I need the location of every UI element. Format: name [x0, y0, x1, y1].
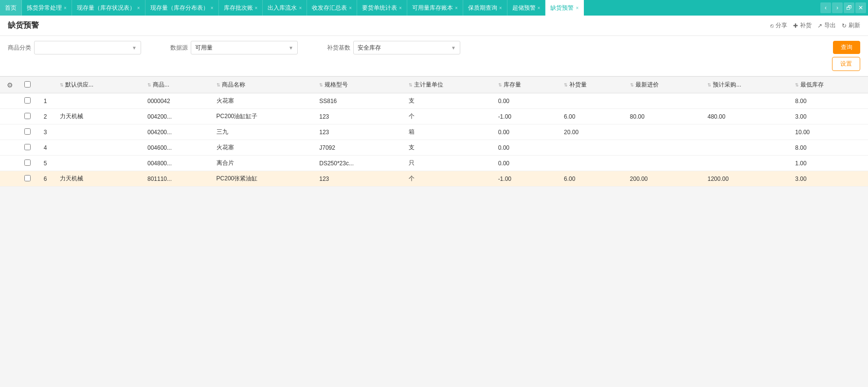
- export-icon: ↗: [817, 22, 822, 29]
- share-icon: ⎋: [770, 22, 774, 29]
- query-button[interactable]: 查询: [833, 41, 860, 54]
- nav-close-button[interactable]: ✕: [855, 2, 866, 13]
- row-product-name-cell: PC200张紧油缸: [212, 171, 315, 187]
- row-gear-cell: [0, 140, 19, 156]
- row-min-stock-cell: 3.00: [790, 109, 868, 124]
- col-header-supplier-content: ⇅ 默认供应...: [60, 81, 138, 89]
- col-header-replenish[interactable]: ⇅ 补货量: [559, 77, 625, 93]
- row-checkbox-cell[interactable]: [19, 171, 36, 187]
- row-replenish-cell: 6.00: [559, 171, 625, 187]
- col-header-gear[interactable]: ⚙: [0, 77, 19, 93]
- nav-tab-expiry-query[interactable]: 保质期查询 ×: [463, 0, 507, 16]
- nav-tab-batch-account[interactable]: 库存批次账 ×: [219, 0, 263, 16]
- share-button[interactable]: ⎋ 分享: [770, 21, 787, 30]
- row-product-code-cell: 0000042: [143, 93, 212, 109]
- export-button[interactable]: ↗ 导出: [817, 21, 836, 30]
- close-inout-flow-tab[interactable]: ×: [299, 5, 302, 11]
- replenish-button[interactable]: ✚ 补货: [793, 21, 812, 30]
- close-available-ledger-tab[interactable]: ×: [455, 5, 458, 11]
- close-order-stats-tab[interactable]: ×: [399, 5, 402, 11]
- nav-tab-home[interactable]: 首页: [0, 0, 22, 16]
- settings-button[interactable]: 设置: [832, 57, 860, 71]
- col-header-product-name[interactable]: ⇅ 商品名称: [212, 77, 315, 93]
- close-batch-account-tab[interactable]: ×: [255, 5, 258, 11]
- refresh-icon: ↻: [842, 22, 847, 29]
- nav-tab-overstock-warning[interactable]: 超储预警 ×: [507, 0, 546, 16]
- row-unit-cell: 个: [404, 171, 493, 187]
- nav-tab-shortage-warning[interactable]: 缺货预警 ×: [545, 0, 584, 16]
- row-product-code-cell: 004600...: [143, 140, 212, 156]
- nav-next-button[interactable]: ›: [832, 2, 843, 13]
- row-spec-cell: DS250*23c...: [314, 156, 403, 171]
- row-checkbox-1[interactable]: [24, 113, 31, 119]
- row-stock-cell: 0.00: [493, 124, 559, 140]
- row-checkbox-5[interactable]: [24, 175, 31, 181]
- row-min-stock-cell: 1.00: [790, 156, 868, 171]
- refresh-button[interactable]: ↻ 刷新: [842, 21, 860, 30]
- replenish-basis-select[interactable]: 安全库存 ▼: [353, 41, 460, 54]
- category-select[interactable]: ▼: [34, 41, 141, 54]
- select-all-checkbox[interactable]: [24, 81, 31, 88]
- nav-tab-inout-flow[interactable]: 出入库流水 ×: [263, 0, 307, 16]
- row-unit-cell: 只: [404, 156, 493, 171]
- row-checkbox-cell[interactable]: [19, 124, 36, 140]
- row-product-name-cell: PC200油缸缸子: [212, 109, 315, 124]
- col-header-spec[interactable]: ⇅ 规格型号: [314, 77, 403, 93]
- row-supplier-cell: [55, 140, 143, 156]
- nav-tab-expiry-query-label: 保质期查询: [468, 4, 497, 12]
- datasource-select[interactable]: 可用量 ▼: [191, 41, 298, 54]
- col-header-latest-price[interactable]: ⇅ 最新进价: [625, 77, 703, 93]
- row-checkbox-cell[interactable]: [19, 140, 36, 156]
- row-num-cell: 6: [36, 171, 55, 187]
- nav-tab-exception[interactable]: 拣货异常处理 ×: [22, 0, 72, 16]
- row-checkbox-cell[interactable]: [19, 109, 36, 124]
- nav-tab-inventory-dist[interactable]: 现存量（库存分布表） ×: [145, 0, 219, 16]
- nav-tab-order-stats-label: 要货单统计表: [362, 4, 397, 12]
- col-header-min-stock[interactable]: ⇅ 最低库存: [790, 77, 868, 93]
- nav-tab-available-ledger[interactable]: 可用量库存账本 ×: [407, 0, 463, 16]
- close-expiry-query-tab[interactable]: ×: [499, 5, 502, 11]
- close-shortage-warning-tab[interactable]: ×: [576, 5, 579, 11]
- row-checkbox-3[interactable]: [24, 144, 31, 150]
- col-header-min-stock-label: 最低库存: [800, 81, 824, 89]
- col-header-product-code[interactable]: ⇅ 商品...: [143, 77, 212, 93]
- close-overstock-warning-tab[interactable]: ×: [538, 5, 541, 11]
- category-filter-group: 商品分类 ▼: [8, 41, 141, 54]
- gear-icon[interactable]: ⚙: [7, 81, 13, 89]
- col-header-spec-content: ⇅ 规格型号: [319, 81, 398, 89]
- row-latest-price-cell: 200.00: [625, 171, 703, 187]
- table-row: 6 力天机械 801110... PC200张紧油缸 123 个 -1.00 6…: [0, 171, 868, 187]
- col-header-stock-content: ⇅ 库存量: [498, 81, 554, 89]
- col-header-unit[interactable]: ⇅ 主计量单位: [404, 77, 493, 93]
- row-checkbox-cell[interactable]: [19, 156, 36, 171]
- nav-restore-button[interactable]: 🗗: [844, 2, 854, 13]
- close-inventory-dist-tab[interactable]: ×: [211, 5, 214, 11]
- nav-tab-receive-summary-label: 收发存汇总表: [312, 4, 347, 12]
- row-checkbox-2[interactable]: [24, 128, 31, 135]
- row-checkbox-0[interactable]: [24, 97, 31, 104]
- close-exception-tab[interactable]: ×: [64, 5, 67, 11]
- close-inventory-status-tab[interactable]: ×: [137, 5, 140, 11]
- col-header-stock[interactable]: ⇅ 库存量: [493, 77, 559, 93]
- nav-controls: ‹ › 🗗 ✕: [820, 2, 868, 13]
- col-header-unit-content: ⇅ 主计量单位: [409, 81, 488, 89]
- row-checkbox-4[interactable]: [24, 159, 31, 166]
- col-header-stock-label: 库存量: [504, 81, 521, 89]
- col-header-product-name-content: ⇅ 商品名称: [217, 81, 310, 89]
- nav-tab-receive-summary[interactable]: 收发存汇总表 ×: [307, 0, 357, 16]
- row-checkbox-cell[interactable]: [19, 93, 36, 109]
- col-header-checkbox[interactable]: [19, 77, 36, 93]
- row-product-code-cell: 801110...: [143, 171, 212, 187]
- close-receive-summary-tab[interactable]: ×: [349, 5, 352, 11]
- col-header-supplier[interactable]: ⇅ 默认供应...: [55, 77, 143, 93]
- row-est-purchase-cell: [703, 124, 790, 140]
- row-product-name-cell: 火花塞: [212, 140, 315, 156]
- row-replenish-cell: [559, 140, 625, 156]
- nav-tab-order-stats[interactable]: 要货单统计表 ×: [357, 0, 407, 16]
- col-header-est-purchase[interactable]: ⇅ 预计采购...: [703, 77, 790, 93]
- col-header-supplier-label: 默认供应...: [65, 81, 93, 89]
- nav-prev-button[interactable]: ‹: [820, 2, 831, 13]
- nav-tab-inventory-status[interactable]: 现存量（库存状况表） ×: [72, 0, 145, 16]
- row-spec-cell: SS816: [314, 93, 403, 109]
- share-label: 分享: [776, 21, 787, 30]
